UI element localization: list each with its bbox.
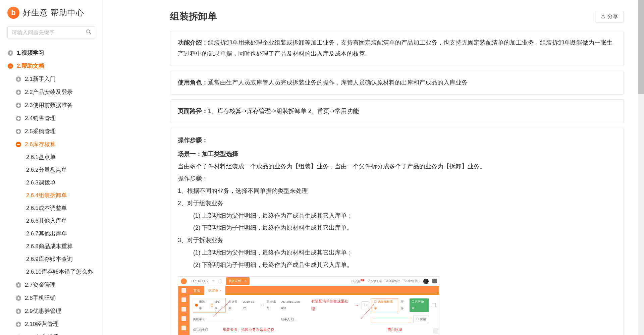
step3-2: (2) 下部明细为子件明细，最终作为产成品生成其它入库单。 (178, 259, 616, 271)
step2-1: (1) 上部明细为父件明细，最终作为产成品生成其它入库单； (178, 210, 616, 222)
step2: 2、对于组装业务 (178, 197, 616, 210)
content: 组装拆卸单 分享 功能介绍：组装拆卸单用来处理企业组装或拆卸等加工业务，支持有固… (103, 0, 644, 335)
ss-btn-clear: ☐ 只显录单 (410, 298, 429, 312)
ss-msg: ☐ 消息0 (351, 278, 364, 285)
ss-type-radio: 组装单 拆卸单 (193, 298, 226, 313)
nav-2-6[interactable]: 2.6库存核算 (7, 138, 95, 151)
ss-try-button: 我要试用一下 (226, 277, 250, 285)
ss-date-label: 单据日期 (228, 299, 240, 312)
nav-2-11[interactable]: 2.11打印设置 (7, 331, 95, 335)
ss-btn-list: ☐ 选取物料清单 (372, 298, 398, 312)
embedded-screenshot: TEST-H002 ▾ 我要试用一下 ☐ 消息0 ⚙ App下载 ⚙ 运营服务 … (178, 276, 439, 335)
plus-icon (16, 76, 21, 82)
nav-2-6-7[interactable]: 2.6.7其他出库单 (7, 227, 95, 240)
plus-icon (16, 282, 21, 288)
nav-help-docs[interactable]: 2.帮助文档 (7, 59, 95, 72)
ss-annotation-3: 费用处理 (387, 326, 402, 334)
nav-2-5[interactable]: 2.5采购管理 (7, 125, 95, 138)
nav-2-1[interactable]: 2.1新手入门 (7, 72, 95, 86)
step1: 1、根据不同的业务，选择不同单据的类型来处理 (178, 185, 616, 197)
ss-annotation-1: 有装配清单的在这里处理 (311, 297, 352, 313)
ss-logo-icon (181, 278, 187, 284)
plus-icon (16, 295, 21, 301)
step3-1: (1) 上部明细为父件明细，最终作为原材料生成其它出库单； (178, 246, 616, 259)
ss-body: 组装单 拆卸单 单据日期 2019-12-26 ☐ 单据编号 AD-201912… (190, 295, 439, 335)
minus-icon (16, 142, 21, 147)
nav-2-3[interactable]: 2.3使用前数据准备 (7, 99, 95, 112)
logo-icon: b (7, 7, 19, 19)
search-container (7, 26, 95, 39)
ss-tab-home: 首页 (190, 286, 204, 295)
nav-2-6-5[interactable]: 2.6.5成本调整单 (7, 202, 95, 215)
ss-doc-label: 单据编号 (267, 299, 279, 312)
ss-close-icon (432, 279, 437, 283)
ss-tabs: 首页 拆装单 × (178, 286, 439, 295)
steps-header: 操作步骤： (178, 134, 616, 147)
nav-2-6-9[interactable]: 2.6.9库存账本查询 (7, 253, 95, 266)
intro-text: 组装拆卸单用来处理企业组装或拆卸等加工业务，支持有固定装配清单的产品加工业务，也… (178, 39, 612, 57)
ss-side-icon (181, 326, 186, 330)
ss-side-icon (181, 307, 186, 312)
ss-btn-more: 更多 (401, 299, 407, 312)
ss-help: ⚙ 帮助中心 (404, 278, 420, 284)
page-scrollbar[interactable] (638, 0, 644, 335)
search-icon[interactable] (86, 29, 91, 36)
plus-icon (16, 90, 21, 95)
ss-arrow-icon: → (354, 300, 359, 310)
ss-avatar-icon (423, 279, 429, 284)
content-body: 操作步骤： 场景一：加工类型选择 当由多个子件材料组装成一个成品的业务为【组装】… (170, 128, 624, 335)
nav-2-6-4[interactable]: 2.6.4组装拆卸单 (7, 189, 95, 202)
scene1-title: 场景一：加工类型选择 (178, 148, 616, 160)
nav-2-6-1[interactable]: 2.6.1盘点单 (7, 151, 95, 164)
role-label: 使用角色： (178, 79, 208, 86)
nav-2-8[interactable]: 2.8手机旺铺 (7, 291, 95, 304)
logo: b 好生意 帮助中心 (7, 7, 95, 19)
nav-2-7[interactable]: 2.7资金管理 (7, 278, 95, 291)
nav-2-9[interactable]: 2.9优惠券管理 (7, 304, 95, 318)
ss-side-icon (181, 288, 186, 293)
scrollbar-thumb[interactable] (638, 0, 644, 94)
page-title: 组装拆卸单 (170, 10, 217, 23)
ss-doc-value: AD-20191226-001 (281, 299, 306, 312)
svg-point-0 (87, 30, 90, 33)
ss-refresh-icon (218, 279, 222, 283)
nav-2-6-8[interactable]: 2.6.8商品成本重算 (7, 240, 95, 253)
ss-side-icon (181, 297, 186, 302)
sidebar: b 好生意 帮助中心 1.视频学习 2.帮助文档 2.1新手入门 2.2产品安装… (0, 0, 103, 335)
path-label: 页面路径： (178, 108, 208, 114)
steps-label: 操作步骤： (178, 172, 616, 185)
ss-topbar: TEST-H002 ▾ 我要试用一下 ☐ 消息0 ⚙ App下载 ⚙ 运营服务 … (178, 277, 439, 286)
nav-2-10[interactable]: 2.10经营管理 (7, 318, 95, 331)
nav-2-6-6[interactable]: 2.6.6其他入库单 (7, 215, 95, 227)
path-text: 1、库存核算->库存管理->组装拆卸单 2、首页->常用功能 (208, 108, 359, 114)
plus-icon (16, 322, 21, 327)
ss-date-value: 2019-12-26 (243, 299, 259, 312)
ss-tab-active: 拆装单 × (204, 286, 225, 295)
ss-side-icon (181, 316, 186, 321)
nav-list: 1.视频学习 2.帮助文档 2.1新手入门 2.2产品安装及登录 2.3使用前数… (7, 46, 95, 335)
plus-icon (8, 50, 13, 56)
step2-2: (2) 下部明细为子件明细，最终作为原材料生成其它出库单。 (178, 222, 616, 234)
scene1-desc: 当由多个子件材料组装成一个成品的业务为【组装】业务，当由一个父件拆分成多个子产品… (178, 160, 616, 173)
nav-2-6-10[interactable]: 2.6.10库存账本错了怎么办 (7, 266, 95, 278)
minus-icon (8, 63, 13, 69)
ss-fee-btn: ☐ 费用 (413, 316, 429, 323)
search-input[interactable] (7, 26, 95, 39)
nav-2-6-2[interactable]: 2.6.2分量盘点单 (7, 164, 95, 176)
ss-sidebar (178, 286, 190, 335)
ss-tool-icon (433, 328, 438, 334)
share-button[interactable]: 分享 (595, 11, 624, 22)
step3: 3、对于拆装业务 (178, 234, 616, 246)
ss-fee-input (371, 317, 411, 322)
nav-2-6-3[interactable]: 2.6.3调拨单 (7, 176, 95, 189)
share-icon (601, 14, 605, 19)
plus-icon (16, 103, 21, 108)
nav-video-learning[interactable]: 1.视频学习 (7, 46, 95, 59)
ss-app: ⚙ App下载 (367, 278, 382, 284)
nav-2-4[interactable]: 2.4销售管理 (7, 112, 95, 125)
intro-box: 功能介绍：组装拆卸单用来处理企业组装或拆卸等加工业务，支持有固定装配清单的产品加… (170, 31, 624, 66)
svg-line-1 (90, 33, 91, 34)
ss-tenant: TEST-H002 (191, 278, 208, 285)
intro-label: 功能介绍： (178, 39, 208, 46)
nav-2-2[interactable]: 2.2产品安装及登录 (7, 86, 95, 99)
